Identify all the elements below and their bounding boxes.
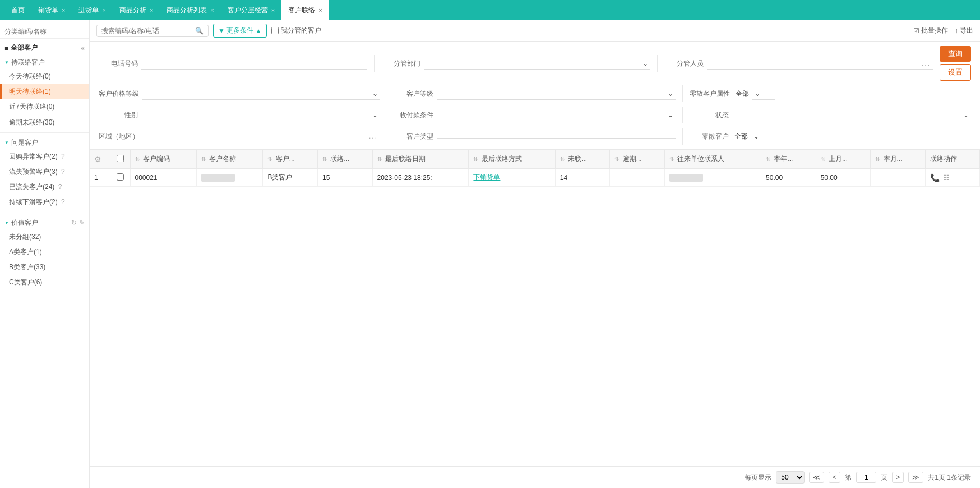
setting-button[interactable]: 设置 bbox=[940, 64, 971, 81]
retail-attr-select[interactable]: ⌄ bbox=[752, 88, 775, 100]
nav-close-icon[interactable]: × bbox=[102, 7, 105, 13]
filter-payment: 收付款条件 ⌄ bbox=[394, 109, 676, 121]
sidebar-all-customers[interactable]: ■ 全部客户 « bbox=[0, 41, 89, 55]
page-number-input[interactable] bbox=[856, 472, 876, 483]
filter-manager: 分管人员 ... bbox=[664, 58, 933, 70]
batch-operation-button[interactable]: ☑ 批量操作 bbox=[913, 26, 948, 35]
customer-price-select[interactable]: ⌄ bbox=[142, 88, 380, 100]
contact-action-icon[interactable]: 📞 bbox=[930, 173, 940, 182]
sidebar-item-tomorrow-pending[interactable]: 明天待联络(1) bbox=[0, 84, 89, 99]
gender-select[interactable]: ⌄ bbox=[141, 109, 380, 121]
col-last-method[interactable]: 最后联络方式 bbox=[469, 150, 555, 169]
help-icon[interactable]: ? bbox=[58, 183, 62, 191]
sidebar-item-abnormal-repurchase[interactable]: 回购异常客户(2) ? bbox=[0, 149, 89, 164]
nav-product-analysis[interactable]: 商品分析 × bbox=[113, 0, 160, 20]
nav-sales-order[interactable]: 销货单 × bbox=[31, 0, 72, 20]
sidebar-collapse-icon[interactable]: « bbox=[81, 44, 85, 52]
refresh-icon[interactable]: ↻ bbox=[71, 219, 77, 227]
dept-select[interactable]: ⌄ bbox=[424, 58, 650, 70]
contact-person-blurred bbox=[669, 174, 703, 182]
customer-price-label: 客户价格等级 bbox=[99, 89, 139, 99]
last-page-button[interactable]: ≫ bbox=[908, 472, 923, 483]
filter-separator-6 bbox=[682, 107, 683, 123]
nav-close-icon[interactable]: × bbox=[150, 7, 153, 13]
query-button[interactable]: 查询 bbox=[940, 46, 971, 62]
customer-level-select[interactable]: ⌄ bbox=[437, 88, 676, 100]
nav-home[interactable]: 首页 bbox=[4, 0, 31, 20]
first-page-button[interactable]: ≪ bbox=[809, 472, 824, 483]
nav-close-icon[interactable]: × bbox=[318, 7, 322, 13]
sidebar-item-a-class[interactable]: A类客户(1) bbox=[0, 245, 89, 260]
sidebar-item-week-pending[interactable]: 近7天待联络(0) bbox=[0, 99, 89, 114]
retail-attr-value-label: 全部 bbox=[736, 89, 749, 99]
col-name[interactable]: 客户名称 bbox=[196, 150, 262, 169]
sidebar: 🔍 ■ 全部客户 « 待联络客户 今天待联络(0) 明天待联络(1) 近7天待联… bbox=[0, 20, 90, 488]
search-input[interactable] bbox=[101, 27, 193, 35]
region-dots-button[interactable]: ... bbox=[369, 132, 378, 140]
settings-gear-icon[interactable]: ⚙ bbox=[94, 155, 101, 164]
chevron-down-icon: ⌄ bbox=[372, 90, 378, 98]
col-type[interactable]: 客户... bbox=[263, 150, 318, 169]
sidebar-item-today-pending[interactable]: 今天待联络(0) bbox=[0, 69, 89, 84]
customer-type-select[interactable] bbox=[437, 135, 676, 139]
status-select[interactable]: ⌄ bbox=[732, 109, 971, 121]
help-icon[interactable]: ? bbox=[61, 198, 65, 206]
per-page-select[interactable]: 50 100 200 bbox=[776, 471, 805, 484]
next-page-button[interactable]: > bbox=[892, 472, 904, 483]
sidebar-item-churn-warning[interactable]: 流失预警客户(3) ? bbox=[0, 164, 89, 179]
filter-row-3: 性别 ⌄ 收付款条件 ⌄ 状态 bbox=[99, 107, 971, 123]
edit-icon[interactable]: ✎ bbox=[79, 219, 85, 227]
manager-dots-button[interactable]: ... bbox=[922, 59, 931, 67]
nav-purchase-order[interactable]: 进货单 × bbox=[72, 0, 112, 20]
payment-select[interactable]: ⌄ bbox=[437, 109, 676, 121]
nav-customer-segment[interactable]: 客户分层经营 × bbox=[221, 0, 281, 20]
table-header-row: ⚙ 客户编码 客户名称 客户... bbox=[90, 150, 980, 169]
my-customers-checkbox-label[interactable]: 我分管的客户 bbox=[271, 26, 321, 35]
filter-customer-price: 客户价格等级 ⌄ bbox=[99, 88, 380, 100]
col-contact-count[interactable]: 联络... bbox=[318, 150, 373, 169]
sidebar-search-input[interactable] bbox=[4, 27, 89, 35]
my-customers-checkbox[interactable] bbox=[271, 27, 279, 34]
row-overdue-cell bbox=[610, 169, 665, 187]
nav-customer-contact[interactable]: 客户联络 × bbox=[281, 0, 329, 20]
nav-close-icon[interactable]: × bbox=[62, 7, 65, 13]
row-contact-count-cell: 15 bbox=[318, 169, 373, 187]
filter-region: 区域（地区） ... bbox=[99, 131, 380, 142]
select-all-checkbox[interactable] bbox=[117, 155, 124, 162]
col-last-month[interactable]: 上月... bbox=[816, 150, 871, 169]
col-year-amount[interactable]: 本年... bbox=[761, 150, 816, 169]
filter-status: 状态 ⌄ bbox=[690, 109, 971, 121]
sidebar-item-churned[interactable]: 已流失客户(24) ? bbox=[0, 179, 89, 195]
phone-input[interactable] bbox=[141, 58, 367, 70]
col-overdue[interactable]: 逾期... bbox=[610, 150, 665, 169]
col-uncontacted[interactable]: 未联... bbox=[555, 150, 610, 169]
filter-row-2: 客户价格等级 ⌄ 客户等级 ⌄ 零散客户属性 bbox=[99, 85, 971, 102]
col-this-month[interactable]: 本月... bbox=[871, 150, 926, 169]
row-checkbox[interactable] bbox=[117, 173, 124, 181]
dept-label: 分管部门 bbox=[381, 59, 420, 68]
grid-action-icon[interactable]: ☷ bbox=[943, 173, 950, 182]
retail-select[interactable]: ⌄ bbox=[751, 131, 774, 142]
gender-label: 性别 bbox=[99, 111, 138, 120]
sidebar-item-c-class[interactable]: C类客户(6) bbox=[0, 275, 89, 290]
sidebar-item-b-class[interactable]: B类客户(33) bbox=[0, 260, 89, 275]
prev-page-button[interactable]: < bbox=[829, 472, 840, 483]
nav-close-icon[interactable]: × bbox=[210, 7, 214, 13]
nav-close-icon[interactable]: × bbox=[271, 7, 275, 13]
export-button[interactable]: ↑ 导出 bbox=[955, 26, 973, 35]
col-last-date[interactable]: 最后联络日期 bbox=[372, 150, 469, 169]
filter-separator-5 bbox=[387, 107, 387, 123]
row-action-cell: 📞 ☷ bbox=[925, 169, 979, 187]
search-icon[interactable]: 🔍 bbox=[195, 27, 204, 35]
col-contact-person[interactable]: 往来单位联系人 bbox=[664, 150, 761, 169]
sidebar-item-declining[interactable]: 持续下滑客户(2) ? bbox=[0, 195, 89, 210]
last-method-link[interactable]: 下销货单 bbox=[473, 173, 500, 181]
sidebar-item-ungrouped[interactable]: 未分组(32) bbox=[0, 229, 89, 245]
more-filter-button[interactable]: ▼ 更多条件 ▲ bbox=[213, 24, 267, 38]
col-code[interactable]: 客户编码 bbox=[130, 150, 196, 169]
help-icon[interactable]: ? bbox=[61, 153, 65, 160]
sidebar-item-overdue-pending[interactable]: 逾期未联络(30) bbox=[0, 115, 89, 130]
nav-product-analysis-list[interactable]: 商品分析列表 × bbox=[160, 0, 220, 20]
sidebar-search-box: 🔍 bbox=[0, 25, 89, 39]
help-icon[interactable]: ? bbox=[61, 168, 65, 176]
